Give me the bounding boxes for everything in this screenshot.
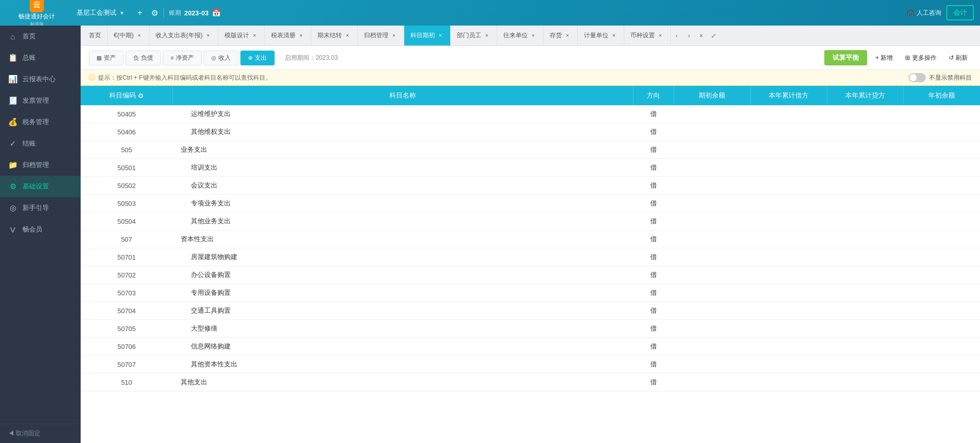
company-selector[interactable]: 基层工会测试 ▼	[72, 6, 129, 19]
tab-mid[interactable]: €(中期) ×	[108, 26, 150, 46]
cell-year-balance	[903, 141, 980, 159]
tab-subject-init[interactable]: 科目期初 ×	[404, 26, 451, 46]
tab-close-subject-init[interactable]: ×	[437, 32, 444, 39]
subject-tab-asset[interactable]: ▦ 资产	[89, 51, 124, 65]
table-row[interactable]: 50503专项业务支出借	[81, 195, 980, 213]
table-row[interactable]: 50702办公设备购置借	[81, 266, 980, 284]
archive-icon: 📁	[8, 160, 17, 170]
add-button[interactable]: + 新增	[871, 52, 897, 64]
table-area: 科目编码 ⚙ 科目名称 方向 期初余额 本年累计借方 本年累计贷方 年初余额	[81, 86, 980, 443]
sidebar-item-archive[interactable]: 📁 归档管理	[0, 154, 81, 176]
sidebar-item-tax[interactable]: 💰 税务管理	[0, 111, 81, 133]
table-row[interactable]: 50405运维维护支出借	[81, 105, 980, 123]
tab-nav-next[interactable]: ›	[683, 26, 695, 46]
calendar-icon[interactable]: 📅	[212, 9, 220, 17]
tab-counterparty[interactable]: 往来单位 ×	[497, 26, 544, 46]
table-row[interactable]: 505业务支出借	[81, 141, 980, 159]
tab-currency[interactable]: 币种设置 ×	[624, 26, 671, 46]
table-row[interactable]: 50706信息网络购建借	[81, 338, 980, 356]
cell-credit	[827, 266, 903, 284]
logo-area: 云 畅捷通好会计 标准版	[6, 0, 67, 28]
toggle-switch[interactable]	[909, 73, 926, 82]
tab-inventory[interactable]: 存货 ×	[544, 26, 578, 46]
table-row[interactable]: 507资本性支出借	[81, 230, 980, 248]
th-direction: 方向	[633, 86, 674, 105]
cell-debit	[750, 266, 827, 284]
tab-template[interactable]: 模版设计 ×	[218, 26, 265, 46]
header-divider	[163, 8, 164, 18]
tab-label-income: 收入支出表(年报)	[156, 31, 203, 40]
table-row[interactable]: 50501培训支出借	[81, 159, 980, 177]
cell-name: 大型修缮	[173, 320, 633, 338]
table-row[interactable]: 50705大型修缮借	[81, 320, 980, 338]
income-icon: ◎	[211, 55, 216, 61]
settings-icon[interactable]: ⚙	[151, 8, 158, 18]
tab-close-template[interactable]: ×	[251, 32, 258, 39]
cell-year-balance	[903, 356, 980, 374]
tab-period-end[interactable]: 期末结转 ×	[311, 26, 358, 46]
tab-income[interactable]: 收入支出表(年报) ×	[150, 26, 218, 46]
tab-archive[interactable]: 归档管理 ×	[358, 26, 404, 46]
tab-close-all[interactable]: ×	[695, 26, 707, 46]
cell-credit	[827, 284, 903, 302]
tab-nav-prev[interactable]: ‹	[671, 26, 683, 46]
ai-consult-button[interactable]: 🎧 人工咨询	[906, 9, 941, 17]
sidebar-item-settle[interactable]: ✓ 结账	[0, 133, 81, 154]
invoice-icon: 🧾	[8, 96, 17, 105]
tab-close-income[interactable]: ×	[205, 32, 212, 39]
cell-year-balance	[903, 159, 980, 177]
table-row[interactable]: 50707其他资本性支出借	[81, 356, 980, 374]
cell-debit	[750, 159, 827, 177]
subject-tab-liability[interactable]: 负 负债	[126, 51, 161, 65]
sidebar-collapse-button[interactable]: ◀ 取消固定	[0, 424, 81, 443]
hint-toggle[interactable]: 不显示禁用科目	[909, 73, 972, 82]
table-row[interactable]: 50704交通工具购置借	[81, 302, 980, 320]
tab-close-archive[interactable]: ×	[390, 32, 398, 39]
tab-close-tax[interactable]: ×	[298, 32, 305, 39]
table-row[interactable]: 50502会议支出借	[81, 177, 980, 195]
table-row[interactable]: 50703专用设备购置借	[81, 284, 980, 302]
th-settings-icon[interactable]: ⚙	[138, 92, 144, 100]
subject-tab-income[interactable]: ◎ 收入	[204, 51, 238, 65]
tab-close-mid[interactable]: ×	[136, 32, 143, 39]
subject-tab-label-liability: 负债	[141, 54, 153, 62]
account-button[interactable]: 会计	[946, 5, 974, 20]
tab-close-counterparty[interactable]: ×	[530, 32, 537, 39]
cell-code: 50703	[81, 284, 173, 302]
sidebar-item-guide[interactable]: ◎ 新手引导	[0, 197, 81, 219]
tab-close-unit[interactable]: ×	[610, 32, 618, 39]
subject-tab-net-asset[interactable]: ≡ 净资产	[163, 51, 202, 65]
settings-icon-sidebar: ⚙	[8, 182, 17, 191]
tab-tax[interactable]: 税表清册 ×	[265, 26, 311, 46]
table-row[interactable]: 50701房屋建筑物购建借	[81, 248, 980, 266]
cell-name: 业务支出	[173, 141, 633, 159]
sidebar-item-ledger[interactable]: 📋 总账	[0, 47, 81, 68]
sidebar-item-reports[interactable]: 📊 云报表中心	[0, 68, 81, 90]
tab-home[interactable]: 首页	[83, 26, 108, 46]
tab-close-inventory[interactable]: ×	[564, 32, 571, 39]
subject-tab-expense[interactable]: ⊕ 支出	[240, 51, 275, 65]
tab-label-inventory: 存货	[550, 31, 562, 40]
refresh-button[interactable]: ↺ 刷新	[945, 52, 972, 64]
sidebar-item-home[interactable]: ⌂ 首页	[0, 26, 81, 47]
sidebar-item-member[interactable]: V 畅会员	[0, 219, 81, 240]
cell-year-balance	[903, 302, 980, 320]
tab-dept[interactable]: 部门员工 ×	[451, 26, 497, 46]
add-company-button[interactable]: +	[134, 7, 146, 19]
sidebar-item-settings[interactable]: ⚙ 基础设置	[0, 176, 81, 197]
tab-close-period-end[interactable]: ×	[344, 32, 351, 39]
cell-debit	[750, 302, 827, 320]
table-row[interactable]: 50406其他维权支出借	[81, 123, 980, 141]
cell-code: 50704	[81, 302, 173, 320]
table-row[interactable]: 510其他支出借	[81, 374, 980, 391]
tab-close-currency[interactable]: ×	[657, 32, 664, 39]
tab-close-dept[interactable]: ×	[483, 32, 491, 39]
tab-expand[interactable]: ⤢	[707, 26, 720, 46]
sidebar-item-invoice[interactable]: 🧾 发票管理	[0, 90, 81, 111]
table-row[interactable]: 50504其他业务支出借	[81, 213, 980, 230]
more-actions-button[interactable]: ⊞ 更多操作	[901, 52, 940, 64]
calc-balance-button[interactable]: 试算平衡	[824, 50, 867, 65]
tab-unit[interactable]: 计量单位 ×	[578, 26, 624, 46]
page-content: ▦ 资产 负 负债 ≡ 净资产 ◎ 收入 ⊕ 支出	[81, 46, 980, 443]
sidebar-label-archive: 归档管理	[22, 160, 49, 170]
